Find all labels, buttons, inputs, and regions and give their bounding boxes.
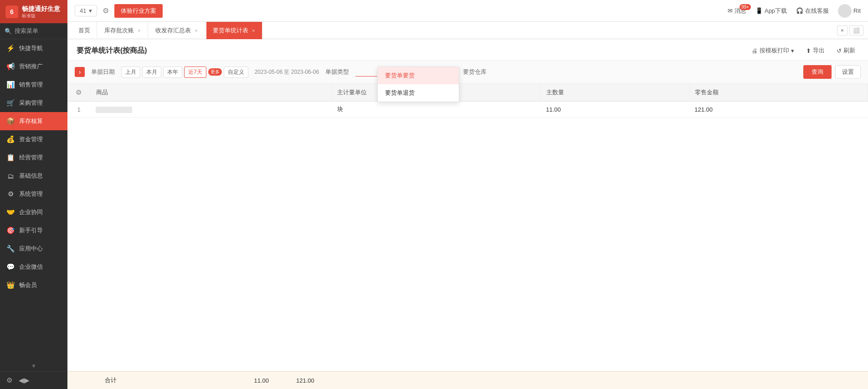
table-container: ⚙ 商品 主计量单位 主数量 零售金额 xyxy=(67,84,868,371)
nav-icon-inventory: 📦 xyxy=(6,117,15,125)
sidebar-bottom: ⚙ ◀▶ xyxy=(0,371,67,389)
nav-icon-guide: 🎯 xyxy=(6,226,15,235)
page-content: 要货单统计表(按商品) 🖨 按模板打印 ▾ ⬆ 导出 ↺ 刷新 › xyxy=(67,39,868,389)
row-amount: 121.00 xyxy=(689,102,868,118)
sidebar-item-sales[interactable]: 📊 销售管理 xyxy=(0,76,67,94)
nav-icon-vip: 👑 xyxy=(6,281,15,289)
data-table: ⚙ 商品 主计量单位 主数量 零售金额 xyxy=(67,84,868,118)
tab-close-received-summary[interactable]: × xyxy=(194,28,198,33)
app-logo: 6 畅捷通好生意 标准版 xyxy=(0,0,67,23)
tabs-restore-btn[interactable]: ⬜ xyxy=(849,26,863,36)
date-btn-this-year[interactable]: 本年 xyxy=(163,67,182,78)
settings-icon[interactable]: ⚙ xyxy=(6,376,12,384)
messages-badge: 99+ xyxy=(740,4,751,10)
logo-text: 畅捷通好生意 标准版 xyxy=(22,5,60,19)
date-btn-last-7-days[interactable]: 近7天 xyxy=(184,67,206,78)
trial-button[interactable]: 体验行业方案 xyxy=(114,4,163,18)
col-quantity: 主数量 xyxy=(540,84,689,102)
print-button[interactable]: 🖨 按模板打印 ▾ xyxy=(748,45,798,56)
nav-icon-quick: ⚡ xyxy=(6,44,15,52)
nav-icon-operations: 📋 xyxy=(6,154,15,162)
date-filter-label: 单据日期 xyxy=(91,68,115,76)
sidebar-item-basic-info[interactable]: 🗂 基础信息 xyxy=(0,167,67,185)
tab-close-inventory-batch[interactable]: × xyxy=(137,28,141,33)
tabs-close-btn[interactable]: × xyxy=(837,26,847,36)
dropdown-item-order-goods[interactable]: 要货单要货 xyxy=(378,67,459,84)
topbar-right: ✉ 消息 99+ 📱 App下载 🎧 在线客服 Rit xyxy=(728,4,861,18)
phone-icon: 📱 xyxy=(755,7,763,14)
col-settings[interactable]: ⚙ xyxy=(67,84,90,102)
nav-icon-app-center: 🔧 xyxy=(6,245,15,253)
collapse-icon[interactable]: ◀▶ xyxy=(19,376,30,384)
date-custom-btn[interactable]: 自定义 xyxy=(224,67,248,78)
row-no: 1 xyxy=(67,102,90,118)
print-icon: 🖨 xyxy=(752,47,758,54)
product-name-placeholder xyxy=(96,107,132,113)
message-icon: ✉ xyxy=(728,7,733,14)
search-menu[interactable]: 🔍 搜索菜单 xyxy=(0,23,67,39)
warehouse-filter-group: 要货仓库 xyxy=(463,68,487,76)
footer-amount: 121.00 xyxy=(296,377,314,384)
sidebar-item-marketing[interactable]: 📢 营销推广 xyxy=(0,57,67,76)
date-range-display: 2023-05-06 至 2023-06-06 xyxy=(255,68,319,76)
settings-button[interactable]: 设置 xyxy=(835,65,861,79)
sidebar-item-app-center[interactable]: 🔧 应用中心 xyxy=(0,240,67,258)
sidebar-nav: ⚡ 快捷导航 📢 营销推广 📊 销售管理 🛒 采购管理 📦 库存核算 💰 资金管… xyxy=(0,39,67,361)
sidebar-item-operations[interactable]: 📋 经营管理 xyxy=(0,148,67,167)
nav-icon-system: ⚙ xyxy=(6,190,15,198)
print-dropdown-icon: ▾ xyxy=(791,47,794,54)
query-button[interactable]: 查询 xyxy=(803,65,832,79)
user-profile[interactable]: Rit xyxy=(838,4,861,18)
sidebar-scroll-down[interactable]: ▼ xyxy=(0,361,67,371)
nav-icon-wechat: 💬 xyxy=(6,263,15,271)
tab-inventory-batch[interactable]: 库存批次账 × xyxy=(98,22,148,39)
store-number: 41 xyxy=(80,7,86,14)
date-filter-group: 上月 本月 本年 近7天 更多 自定义 xyxy=(121,67,248,78)
table-row: 1 块 11.00 121.00 xyxy=(67,102,868,118)
date-btn-this-month[interactable]: 本月 xyxy=(142,67,161,78)
tab-close-order-stats[interactable]: × xyxy=(251,28,256,33)
tab-home[interactable]: 首页 xyxy=(72,22,97,39)
filter-expand-button[interactable]: › xyxy=(75,67,85,77)
nav-icon-finance: 💰 xyxy=(6,135,15,143)
refresh-button[interactable]: ↺ 刷新 xyxy=(833,45,859,56)
tabs-bar: 首页 库存批次账 × 收发存汇总表 × 要货单统计表 × × ⬜ xyxy=(67,22,868,39)
app-download-button[interactable]: 📱 App下载 xyxy=(755,7,787,15)
logo-icon: 6 xyxy=(5,5,18,18)
type-filter-label: 单据类型 xyxy=(325,68,349,76)
sidebar-item-purchase[interactable]: 🛒 采购管理 xyxy=(0,94,67,112)
avatar xyxy=(838,4,852,18)
messages-button[interactable]: ✉ 消息 99+ xyxy=(728,7,746,15)
online-service-button[interactable]: 🎧 在线客服 xyxy=(796,7,829,15)
table-settings-icon[interactable]: ⚙ xyxy=(76,88,82,96)
more-dates-badge[interactable]: 更多 xyxy=(208,68,222,76)
export-button[interactable]: ⬆ 导出 xyxy=(802,45,828,56)
date-btn-last-month[interactable]: 上月 xyxy=(121,67,140,78)
sidebar-item-vip[interactable]: 👑 畅会员 xyxy=(0,276,67,294)
dropdown-item-order-return[interactable]: 要货单退货 xyxy=(378,84,459,102)
warehouse-filter-label: 要货仓库 xyxy=(463,68,487,76)
refresh-icon: ↺ xyxy=(837,47,842,54)
nav-icon-purchase: 🛒 xyxy=(6,99,15,107)
sidebar-item-wechat[interactable]: 💬 企业微信 xyxy=(0,258,67,276)
tab-received-summary[interactable]: 收发存汇总表 × xyxy=(149,22,205,39)
page-header: 要货单统计表(按商品) 🖨 按模板打印 ▾ ⬆ 导出 ↺ 刷新 xyxy=(67,39,868,61)
row-unit: 块 xyxy=(332,102,540,118)
sidebar-item-enterprise[interactable]: 🤝 企业协同 xyxy=(0,203,67,221)
topbar-settings-icon[interactable]: ⚙ xyxy=(103,6,109,15)
store-selector[interactable]: 41 ▾ xyxy=(75,5,97,16)
row-product xyxy=(90,102,332,118)
sidebar-item-quick-nav[interactable]: ⚡ 快捷导航 xyxy=(0,39,67,57)
sidebar-item-system[interactable]: ⚙ 系统管理 xyxy=(0,185,67,203)
tab-order-stats[interactable]: 要货单统计表 × xyxy=(206,22,262,39)
sidebar-item-guide[interactable]: 🎯 新手引导 xyxy=(0,221,67,240)
sidebar: 6 畅捷通好生意 标准版 🔍 搜索菜单 ⚡ 快捷导航 📢 营销推广 📊 销售管理… xyxy=(0,0,67,389)
footer-quantity: 11.00 xyxy=(232,377,269,384)
footer-label: 合计 xyxy=(105,376,141,384)
table-header-row: ⚙ 商品 主计量单位 主数量 零售金额 xyxy=(67,84,868,102)
export-icon: ⬆ xyxy=(806,47,811,54)
store-dropdown-icon: ▾ xyxy=(89,7,92,14)
sidebar-item-finance[interactable]: 💰 资金管理 xyxy=(0,130,67,148)
sidebar-item-inventory[interactable]: 📦 库存核算 xyxy=(0,112,67,130)
page-title: 要货单统计表(按商品) xyxy=(77,46,147,56)
